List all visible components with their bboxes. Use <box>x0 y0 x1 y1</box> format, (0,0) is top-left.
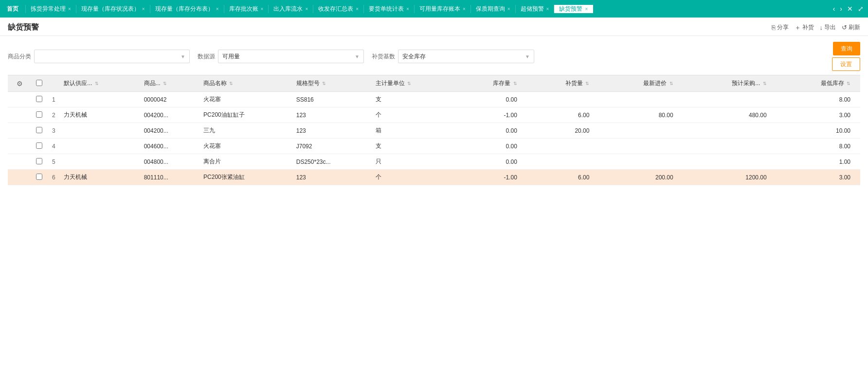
tab-available-ledger[interactable]: 可用量库存账本 × <box>415 5 471 13</box>
chevron-down-icon: ▼ <box>525 54 530 59</box>
row-check-cell[interactable] <box>32 107 46 123</box>
replenish-select[interactable]: 安全库存 ▼ <box>398 50 534 63</box>
column-estimated-purchase[interactable]: 预计采购... ⇅ <box>683 75 777 92</box>
row-check-cell[interactable] <box>32 154 46 170</box>
column-spec[interactable]: 规格型号 ⇅ <box>293 75 373 92</box>
datasource-select[interactable]: 可用量 ▼ <box>218 50 364 63</box>
replenish-value: 安全库存 <box>402 53 426 61</box>
close-icon[interactable]: × <box>216 6 219 12</box>
row-estimated-purchase <box>683 139 777 154</box>
row-estimated-purchase <box>683 123 777 139</box>
tab-batch-account[interactable]: 库存批次账 × <box>224 5 269 13</box>
row-latest-price: 80.00 <box>599 107 683 123</box>
table-row: 1 0000042 火花塞 SS816 支 0.00 8.00 <box>8 92 860 107</box>
tab-home[interactable]: 首页 <box>0 5 26 13</box>
close-icon[interactable]: × <box>68 6 71 12</box>
column-replenish-qty[interactable]: 补货量 ⇅ <box>527 75 599 92</box>
column-gear[interactable]: ⚙ <box>8 75 32 92</box>
sort-icon: ⇅ <box>95 81 99 86</box>
column-unit[interactable]: 主计量单位 ⇅ <box>373 75 454 92</box>
row-stock: 0.00 <box>454 123 527 139</box>
tab-shortage-warning[interactable]: 缺货预警 × <box>554 5 593 13</box>
column-min-stock[interactable]: 最低库存 ⇅ <box>777 75 860 92</box>
close-icon[interactable]: × <box>463 6 466 12</box>
replenish-label: 补货基数 <box>372 53 395 61</box>
tab-bar: 首页 拣货异常处理 × 现存量（库存状况表） × 现存量（库存分布表） × 库存… <box>0 0 868 18</box>
tab-inventory-status[interactable]: 现存量（库存状况表） × <box>76 5 150 13</box>
row-check-cell[interactable] <box>32 170 46 185</box>
row-check-cell[interactable] <box>32 123 46 139</box>
row-unit: 支 <box>373 139 454 154</box>
row-checkbox[interactable] <box>36 127 42 133</box>
tab-expiry-query[interactable]: 保质期查询 × <box>471 5 516 13</box>
query-button[interactable]: 查询 <box>833 42 860 55</box>
row-checkbox[interactable] <box>36 174 42 180</box>
row-check-cell[interactable] <box>32 139 46 154</box>
row-replenish-qty: 6.00 <box>527 107 599 123</box>
tab-scroll-left[interactable]: ‹ <box>831 0 838 18</box>
row-stock: -1.00 <box>454 170 527 185</box>
tab-inventory-dist[interactable]: 现存量（库存分布表） × <box>150 5 224 13</box>
table-row: 2 力天机械 004200... PC200油缸缸子 123 个 -1.00 6… <box>8 107 860 123</box>
row-gear-cell <box>8 139 32 154</box>
close-icon[interactable]: × <box>305 6 308 12</box>
export-button[interactable]: ↓ 导出 <box>820 23 836 32</box>
replenish-button[interactable]: ＋ 补货 <box>795 23 814 32</box>
row-check-cell[interactable] <box>32 92 46 107</box>
column-latest-price[interactable]: 最新进价 ⇅ <box>599 75 683 92</box>
row-estimated-purchase: 480.00 <box>683 107 777 123</box>
row-number: 4 <box>46 139 61 154</box>
tab-defect-process[interactable]: 拣货异常处理 × <box>26 5 76 13</box>
column-goods-name[interactable]: 商品名称 ⇅ <box>200 75 293 92</box>
row-spec: J7092 <box>293 139 373 154</box>
filter-actions: 查询 设置 <box>832 42 860 71</box>
close-icon[interactable]: × <box>356 6 359 12</box>
close-icon[interactable]: × <box>261 6 264 12</box>
tab-expand[interactable]: ⤢ <box>855 0 866 18</box>
row-goods-code: 004200... <box>141 123 200 139</box>
row-checkbox[interactable] <box>36 142 42 149</box>
close-icon[interactable]: × <box>507 6 510 12</box>
column-default-supplier[interactable]: 默认供应... ⇅ <box>61 75 141 92</box>
row-checkbox[interactable] <box>36 111 42 118</box>
close-icon[interactable]: × <box>406 6 409 12</box>
tab-nav-buttons: ‹ › ✕ ⤢ <box>831 0 868 18</box>
row-goods-name: 离合片 <box>200 154 293 170</box>
row-unit: 箱 <box>373 123 454 139</box>
tab-overstock-warning[interactable]: 超储预警 × <box>516 5 555 13</box>
sort-icon: ⇅ <box>585 81 589 86</box>
select-all-checkbox[interactable] <box>36 80 42 86</box>
refresh-button[interactable]: ↺ 刷新 <box>842 23 860 32</box>
row-supplier <box>61 154 141 170</box>
category-select[interactable]: ▼ <box>34 50 190 63</box>
share-button[interactable]: ⎘ 分享 <box>772 23 789 32</box>
tab-inout-flow[interactable]: 出入库流水 × <box>269 5 313 13</box>
row-checkbox[interactable] <box>36 96 42 102</box>
table-header-row: ⚙ 默认供应... ⇅ 商品... ⇅ 商品名称 ⇅ <box>8 75 860 92</box>
tab-order-stats[interactable]: 要货单统计表 × <box>364 5 415 13</box>
sort-icon: ⇅ <box>163 81 167 86</box>
row-gear-cell <box>8 154 32 170</box>
row-latest-price <box>599 139 683 154</box>
close-icon[interactable]: × <box>546 6 549 12</box>
row-stock: -1.00 <box>454 107 527 123</box>
settings-button[interactable]: 设置 <box>832 57 860 71</box>
close-icon[interactable]: × <box>585 6 588 12</box>
column-stock[interactable]: 库存量 ⇅ <box>454 75 527 92</box>
row-checkbox[interactable] <box>36 158 42 164</box>
tab-close-all[interactable]: ✕ <box>845 0 855 18</box>
row-goods-code: 004200... <box>141 107 200 123</box>
sort-icon: ⇅ <box>407 81 411 86</box>
row-goods-code: 801110... <box>141 170 200 185</box>
row-unit: 个 <box>373 170 454 185</box>
table-body: 1 0000042 火花塞 SS816 支 0.00 8.00 2 力天机械 0… <box>8 92 860 185</box>
column-goods-code[interactable]: 商品... ⇅ <box>141 75 200 92</box>
row-goods-code: 004800... <box>141 154 200 170</box>
tab-scroll-right[interactable]: › <box>837 0 845 18</box>
row-stock: 0.00 <box>454 154 527 170</box>
row-goods-name: PC200张紧油缸 <box>200 170 293 185</box>
tab-receive-summary[interactable]: 收发存汇总表 × <box>313 5 364 13</box>
row-gear-cell <box>8 92 32 107</box>
close-icon[interactable]: × <box>142 6 145 12</box>
sort-icon: ⇅ <box>763 81 767 86</box>
